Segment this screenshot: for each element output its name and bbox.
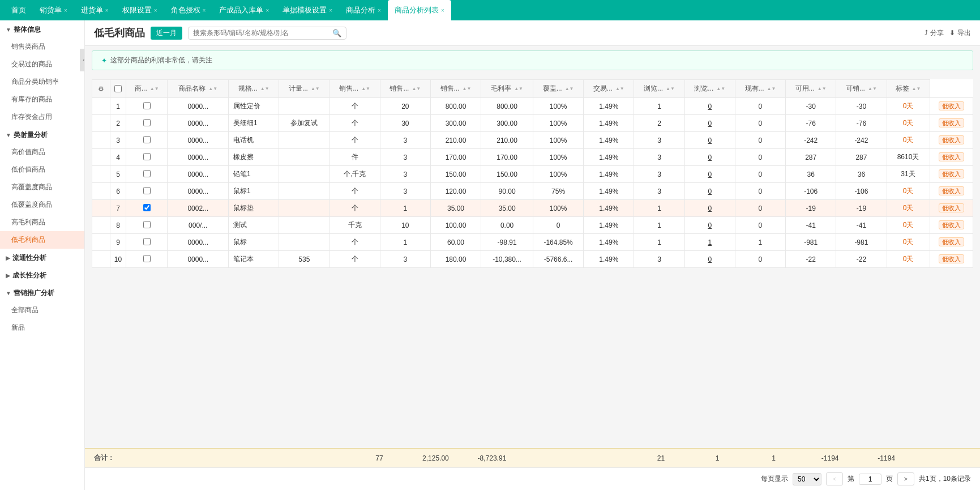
per-page-select[interactable]: 50 20 100 [793, 473, 821, 485]
select-all-checkbox[interactable] [114, 85, 122, 92]
row-checkbox[interactable] [143, 238, 151, 245]
cell-browse1[interactable]: 0 [684, 149, 735, 166]
cell-checkbox[interactable] [126, 149, 168, 166]
sidebar-item-high-value[interactable]: 高价值商品 [0, 143, 84, 161]
cell-name[interactable]: 鼠标1 [229, 183, 279, 200]
cell-name[interactable]: 鼠标垫 [229, 200, 279, 217]
sort-code[interactable]: ▲▼ [150, 87, 159, 91]
col-sales-price[interactable]: 销售...▲▼ [380, 80, 430, 98]
col-available[interactable]: 可用...▲▼ [786, 80, 836, 98]
col-gross-margin[interactable]: 毛利率▲▼ [481, 80, 533, 98]
sidebar-item-low-margin[interactable]: 低毛利商品 [0, 231, 84, 249]
cell-name[interactable]: 电话机 [229, 132, 279, 149]
col-checkbox[interactable] [110, 80, 126, 98]
cell-checkbox[interactable] [126, 251, 168, 268]
cell-name[interactable]: 吴细细1 [229, 115, 279, 132]
nav-template[interactable]: 单据模板设置× [276, 0, 339, 20]
col-spec[interactable]: 规格...▲▼ [229, 80, 279, 98]
sort-sales-price[interactable]: ▲▼ [412, 87, 421, 91]
cell-name[interactable]: 测试 [229, 217, 279, 234]
sort-coverage[interactable]: ▲▼ [565, 87, 574, 91]
cell-browse1[interactable]: 0 [684, 166, 735, 183]
cell-checkbox[interactable] [126, 234, 168, 251]
col-sales-qty[interactable]: 销售...▲▼ [329, 80, 380, 98]
nav-goods-close[interactable]: × [378, 7, 381, 14]
cell-name[interactable]: 笔记本 [229, 251, 279, 268]
nav-permissions-close[interactable]: × [154, 7, 157, 14]
row-checkbox[interactable] [143, 187, 151, 194]
sidebar-item-stock-funds[interactable]: 库存资金占用 [0, 108, 84, 126]
export-button[interactable]: ⬇ 导出 [949, 28, 971, 38]
search-input[interactable] [193, 29, 332, 37]
sidebar-item-category-rate[interactable]: 商品分类助销率 [0, 73, 84, 91]
sort-sales-profit[interactable]: ▲▼ [463, 87, 472, 91]
col-browse2[interactable]: 浏览...▲▼ [684, 80, 735, 98]
row-checkbox[interactable] [143, 221, 151, 228]
sort-current-stock[interactable]: ▲▼ [767, 87, 776, 91]
nav-home[interactable]: 首页 [5, 0, 33, 20]
sort-gross-margin[interactable]: ▲▼ [514, 87, 523, 91]
cell-checkbox[interactable] [126, 183, 168, 200]
row-checkbox[interactable] [143, 255, 151, 262]
col-sales-profit[interactable]: 销售...▲▼ [430, 80, 481, 98]
nav-product-close[interactable]: × [266, 7, 269, 14]
browse1-link[interactable]: 0 [708, 204, 712, 212]
cell-browse1[interactable]: 0 [684, 251, 735, 268]
share-button[interactable]: ⤴ 分享 [925, 28, 944, 38]
row-checkbox[interactable] [143, 102, 151, 109]
row-checkbox[interactable] [143, 204, 151, 211]
sort-browse1[interactable]: ▲▼ [666, 87, 675, 91]
prev-page-button[interactable]: ＜ [826, 472, 843, 485]
nav-goods-analysis-list[interactable]: 商品分析列表× [388, 0, 451, 20]
col-settings[interactable]: ⚙ [92, 80, 110, 98]
sort-spec[interactable]: ▲▼ [260, 87, 269, 91]
browse1-link[interactable]: 0 [708, 255, 712, 263]
nav-permissions[interactable]: 权限设置× [115, 0, 164, 20]
sort-name[interactable]: ▲▼ [208, 87, 217, 91]
col-browse1[interactable]: 浏览...▲▼ [634, 80, 684, 98]
nav-role-auth[interactable]: 角色授权× [164, 0, 213, 20]
row-checkbox[interactable] [143, 153, 151, 160]
col-current-stock[interactable]: 现有...▲▼ [735, 80, 785, 98]
browse1-link[interactable]: 0 [708, 221, 712, 229]
sidebar-group-overall[interactable]: ▼整体信息 [0, 20, 84, 38]
nav-role-close[interactable]: × [203, 7, 206, 14]
row-checkbox[interactable] [143, 119, 151, 126]
sort-tag[interactable]: ▲▼ [912, 87, 921, 91]
cell-browse1[interactable]: 0 [684, 98, 735, 115]
period-button[interactable]: 近一月 [151, 27, 182, 40]
col-unit[interactable]: 计量...▲▼ [279, 80, 329, 98]
cell-browse1[interactable]: 0 [684, 115, 735, 132]
row-checkbox[interactable] [143, 136, 151, 143]
cell-browse1[interactable]: 0 [684, 183, 735, 200]
sort-unit[interactable]: ▲▼ [311, 87, 320, 91]
sidebar-item-all-goods[interactable]: 全部商品 [0, 301, 84, 319]
nav-purchase[interactable]: 进货单× [74, 0, 115, 20]
sidebar-item-new-goods[interactable]: 新品 [0, 319, 84, 336]
sort-available[interactable]: ▲▼ [818, 87, 827, 91]
cell-browse1[interactable]: 0 [684, 132, 735, 149]
nav-product-entry[interactable]: 产成品入库单× [212, 0, 276, 20]
cell-browse1[interactable]: 1 [684, 234, 735, 251]
nav-purchase-close[interactable]: × [105, 7, 109, 14]
col-name[interactable]: 商品名称▲▼ [168, 80, 229, 98]
nav-goods-analysis[interactable]: 商品分析× [339, 0, 388, 20]
sort-tx[interactable]: ▲▼ [615, 87, 624, 91]
cell-browse1[interactable]: 0 [684, 217, 735, 234]
sidebar-item-high-coverage[interactable]: 高覆盖度商品 [0, 178, 84, 196]
cell-checkbox[interactable] [126, 200, 168, 217]
sort-sales-qty[interactable]: ▲▼ [361, 87, 370, 91]
browse1-link[interactable]: 1 [708, 238, 712, 246]
cell-name[interactable]: 铅笔1 [229, 166, 279, 183]
settings-icon[interactable]: ⚙ [98, 85, 104, 93]
cell-checkbox[interactable] [126, 217, 168, 234]
sidebar-group-circulation[interactable]: ▶流通性分析 [0, 249, 84, 266]
sidebar-item-traded-goods[interactable]: 交易过的商品 [0, 56, 84, 73]
sidebar-item-low-value[interactable]: 低价值商品 [0, 161, 84, 178]
col-tx[interactable]: 交易...▲▼ [584, 80, 634, 98]
sidebar-collapse-btn[interactable]: « [80, 49, 85, 71]
sidebar-item-high-margin[interactable]: 高毛利商品 [0, 214, 84, 231]
cell-name[interactable]: 橡皮擦 [229, 149, 279, 166]
sidebar-group-growth[interactable]: ▶成长性分析 [0, 266, 84, 284]
cell-name[interactable]: 鼠标 [229, 234, 279, 251]
